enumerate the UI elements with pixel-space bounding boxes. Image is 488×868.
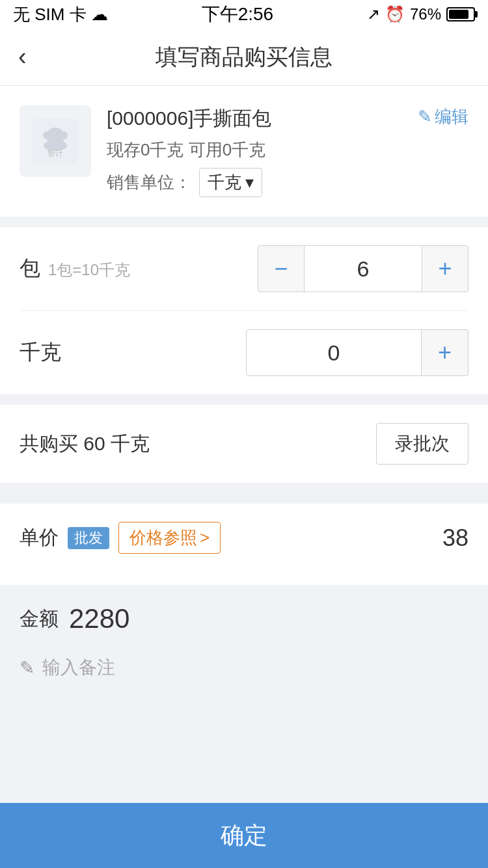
back-icon: ‹ — [18, 43, 27, 70]
price-row: 单价 批发 价格参照 > 38 — [20, 522, 468, 554]
divider — [0, 493, 488, 504]
kg-label: 千克 — [20, 338, 61, 367]
amount-section: 金额 2280 ✎ 输入备注 — [0, 585, 488, 709]
battery-text: 76% — [410, 5, 441, 23]
edit-icon: ✎ — [418, 107, 432, 127]
amount-label: 金额 — [20, 606, 59, 632]
bag-decrement-button[interactable]: − — [258, 245, 305, 292]
alarm-icon: ⏰ — [385, 5, 405, 23]
note-icon: ✎ — [20, 657, 34, 679]
unit-label: 销售单位： — [107, 171, 191, 194]
total-section: 共购买 60 千克 录批次 — [0, 405, 488, 483]
qty-label-kg: 千克 — [20, 338, 61, 367]
product-image: 智计 — [20, 105, 91, 177]
confirm-button[interactable]: 确定 — [0, 803, 488, 868]
qty-controls-bag: − + — [258, 245, 468, 292]
back-button[interactable]: ‹ — [18, 43, 27, 71]
svg-point-2 — [43, 131, 51, 139]
price-ref-label: 价格参照 — [129, 526, 197, 549]
total-text: 共购买 60 千克 — [20, 431, 150, 457]
note-placeholder: 输入备注 — [42, 655, 115, 680]
page-title: 填写商品购买信息 — [156, 42, 332, 72]
svg-point-3 — [60, 131, 68, 139]
unit-dropdown[interactable]: 千克 ▾ — [199, 168, 262, 197]
price-badge: 批发 — [68, 527, 109, 549]
product-info: [0000006]手撕面包 ✎ 编辑 现存0千克 可用0千克 销售单位： 千克 … — [107, 105, 468, 197]
edit-button[interactable]: ✎ 编辑 — [418, 105, 468, 128]
carrier-text: 无 SIM 卡 ☁ — [13, 3, 108, 26]
batch-button[interactable]: 录批次 — [376, 423, 468, 465]
status-bar: 无 SIM 卡 ☁ 下午2:56 ↗ ⏰ 76% — [0, 0, 488, 29]
location-icon: ↗ — [367, 5, 380, 23]
bag-quantity-input[interactable] — [305, 245, 422, 292]
status-left: 无 SIM 卡 ☁ — [13, 3, 108, 26]
price-ref-icon: > — [200, 528, 210, 548]
amount-value: 2280 — [69, 603, 129, 634]
quantities-section: 包 1包=10千克 − + 千克 + — [0, 227, 488, 394]
bag-increment-button[interactable]: + — [422, 245, 468, 292]
product-stock: 现存0千克 可用0千克 — [107, 139, 468, 161]
price-section: 单价 批发 价格参照 > 38 — [0, 504, 488, 585]
product-name-row: [0000006]手撕面包 ✎ 编辑 — [107, 105, 468, 132]
qty-label-bag: 包 1包=10千克 — [20, 254, 130, 283]
quantity-row-bag: 包 1包=10千克 − + — [20, 227, 468, 311]
price-label: 单价 — [20, 524, 59, 551]
status-time: 下午2:56 — [202, 2, 274, 27]
bag-hint: 1包=10千克 — [48, 260, 130, 280]
amount-row: 金额 2280 — [20, 603, 468, 634]
kg-quantity-input[interactable] — [246, 329, 422, 376]
price-value: 38 — [442, 524, 468, 552]
battery-icon — [446, 7, 475, 21]
product-card: 智计 [0000006]手撕面包 ✎ 编辑 现存0千克 可用0千克 销售单位： … — [0, 86, 488, 217]
unit-value: 千克 — [208, 171, 241, 194]
qty-controls-kg: + — [246, 329, 468, 376]
product-name: [0000006]手撕面包 — [107, 105, 271, 132]
price-label-wrap: 单价 批发 价格参照 > — [20, 522, 221, 554]
kg-increment-button[interactable]: + — [422, 329, 468, 376]
product-logo: 智计 — [33, 118, 78, 164]
product-unit-row: 销售单位： 千克 ▾ — [107, 168, 468, 197]
price-ref-button[interactable]: 价格参照 > — [118, 522, 221, 554]
quantity-row-kg: 千克 + — [20, 311, 468, 394]
svg-text:智计: 智计 — [47, 149, 63, 158]
note-row[interactable]: ✎ 输入备注 — [20, 645, 468, 690]
edit-label: 编辑 — [435, 105, 468, 128]
dropdown-arrow-icon: ▾ — [245, 172, 254, 193]
bag-label: 包 — [20, 254, 40, 283]
nav-bar: ‹ 填写商品购买信息 — [0, 29, 488, 86]
status-right: ↗ ⏰ 76% — [367, 5, 475, 23]
